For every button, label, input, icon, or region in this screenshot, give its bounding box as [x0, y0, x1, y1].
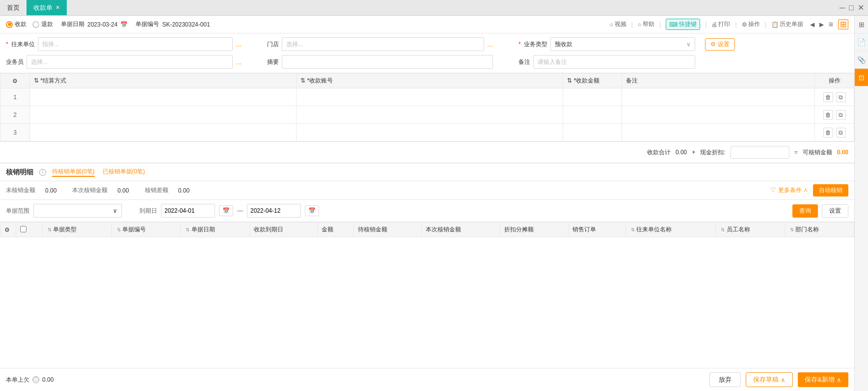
video-btn[interactable]: ○ 视频: [610, 20, 626, 28]
business-type-select[interactable]: 预收款 ∨: [550, 37, 695, 51]
sidebar-table-icon[interactable]: ⊞: [855, 16, 868, 33]
copy-btn-2[interactable]: ⧉: [836, 110, 846, 120]
delete-btn-2[interactable]: 🗑: [823, 110, 833, 120]
maximize-icon[interactable]: □: [849, 3, 854, 12]
th-doc-no-label: 单据编号: [122, 226, 146, 233]
salesman-input[interactable]: 选择...: [27, 55, 233, 69]
sidebar-document-icon[interactable]: 📄: [855, 33, 868, 51]
delete-btn-1[interactable]: 🗑: [823, 92, 833, 102]
divider1: |: [631, 21, 633, 28]
settle-cell-2[interactable]: [30, 106, 297, 124]
business-type-label: 业务类型: [524, 40, 547, 49]
query-button[interactable]: 查询: [792, 204, 818, 218]
remark-cell-1[interactable]: [622, 88, 815, 106]
minimize-icon[interactable]: ─: [840, 3, 845, 12]
business-type-field: * 业务类型 预收款 ∨: [518, 37, 695, 51]
done-tab[interactable]: 已核销单据(0笔): [103, 168, 145, 177]
remark-cell-2[interactable]: [622, 106, 815, 124]
account-cell-2[interactable]: [297, 106, 563, 124]
range-select[interactable]: ∨: [33, 204, 122, 218]
table-gear-header[interactable]: ⚙: [0, 74, 30, 88]
grid-view-icon[interactable]: ⊞: [838, 19, 848, 29]
shortcut-btn[interactable]: ⌨ 快捷键: [666, 19, 700, 30]
counterpart-input[interactable]: 指择...: [38, 37, 233, 51]
sidebar-attach-icon[interactable]: 📎: [855, 51, 868, 69]
more-conditions-btn[interactable]: ▽ 更多条件 ∧: [770, 186, 808, 195]
th-account-sort[interactable]: ⇅: [300, 77, 305, 84]
tab-receipt[interactable]: 收款单 ✕: [27, 0, 67, 15]
refund-radio[interactable]: 退款: [32, 20, 53, 28]
settings-button[interactable]: ⚙ 设置: [705, 38, 735, 51]
discard-button[interactable]: 放弃: [709, 372, 741, 387]
bill-date-value: 2023-03-24: [87, 21, 117, 28]
th-doc-date-sort[interactable]: ⇅: [186, 227, 190, 232]
counterpart-more-icon[interactable]: ...: [236, 40, 242, 48]
history-btn[interactable]: 📋 历史单据: [771, 20, 803, 28]
form-header: 收款 退款 单据日期 2023-03-24 📅 单据编号 SK-20230324…: [0, 16, 854, 33]
list-view-icon[interactable]: ≡: [829, 20, 833, 29]
start-calendar-icon[interactable]: 📅: [219, 205, 233, 216]
operation-btn[interactable]: ⚙ 操作: [742, 20, 760, 28]
summary-label: 摘要: [267, 58, 279, 66]
th-amount-sort[interactable]: ⇅: [567, 77, 572, 84]
save-draft-button[interactable]: 保存草稿 ∧: [746, 372, 793, 387]
verification-table: ⚙ ⇅ 单据类型 ⇅ 单据编号: [0, 222, 854, 237]
select-all-checkbox[interactable]: [20, 226, 27, 232]
prev-info-icon[interactable]: ⓘ: [32, 376, 39, 383]
th-counterpart-sort[interactable]: ⇅: [631, 227, 635, 232]
amount-cell-3[interactable]: [563, 124, 622, 141]
store-more-icon[interactable]: ...: [487, 40, 493, 48]
due-date-start-input[interactable]: [161, 204, 215, 218]
discount-label: 现金折扣:: [700, 148, 725, 157]
table-settings-icon2[interactable]: ⚙: [4, 226, 10, 233]
filter-row: 单据范围 ∨ 到期日 2022-04-01 📅 — 📅 查询: [0, 200, 854, 222]
copy-btn-3[interactable]: ⧉: [836, 128, 846, 138]
th-employee-sort[interactable]: ⇅: [721, 227, 725, 232]
th-doc-no-sort[interactable]: ⇅: [117, 227, 121, 232]
th-dept-sort[interactable]: ⇅: [790, 227, 794, 232]
nav-left-icon[interactable]: ◀: [810, 21, 814, 28]
th-settle-sort[interactable]: ⇅: [34, 77, 39, 84]
end-calendar-icon[interactable]: 📅: [305, 205, 319, 216]
receipt-radio-circle: [6, 21, 13, 28]
auto-verify-btn[interactable]: 自动核销: [813, 184, 848, 196]
refund-radio-label: 退款: [41, 20, 53, 28]
collect-total-label: 收款合计: [647, 148, 671, 157]
remark-input[interactable]: 请输入备注: [533, 55, 695, 69]
remark-cell-3[interactable]: [622, 124, 815, 141]
discount-input[interactable]: [731, 146, 789, 159]
due-date-end-input[interactable]: [247, 204, 301, 218]
amount-cell-1[interactable]: [563, 88, 622, 106]
date-separator: —: [237, 207, 243, 214]
help-btn[interactable]: ○ 帮助: [638, 20, 654, 28]
tab-close-icon[interactable]: ✕: [55, 4, 60, 11]
store-input[interactable]: 选择...: [282, 37, 484, 51]
print-btn[interactable]: 🖨 打印: [711, 20, 730, 28]
sidebar-scan-icon[interactable]: ⊡: [855, 69, 868, 86]
current-verif-label: 本次核销金额: [72, 186, 108, 195]
summary-input[interactable]: [282, 55, 493, 69]
delete-btn-3[interactable]: 🗑: [823, 128, 833, 138]
th-doc-type-sort[interactable]: ⇅: [48, 227, 52, 232]
due-date-label: 到期日: [139, 207, 157, 215]
save-new-button[interactable]: 保存&新增 ∧: [798, 372, 848, 387]
filter-settings-button[interactable]: 设置: [822, 204, 848, 218]
business-type-req: *: [518, 41, 521, 48]
nav-right-icon[interactable]: ▶: [819, 21, 824, 28]
th-dept-col: ⇅ 部门名称: [785, 223, 854, 237]
copy-btn-1[interactable]: ⧉: [836, 92, 846, 102]
pending-tab[interactable]: 待核销单据(0笔): [52, 168, 95, 177]
account-cell-3[interactable]: [297, 124, 563, 141]
salesman-more-icon[interactable]: ...: [236, 58, 242, 66]
account-cell-1[interactable]: [297, 88, 563, 106]
receipt-radio[interactable]: 收款: [6, 20, 27, 28]
tab-home[interactable]: 首页: [0, 0, 27, 15]
verif-diff-label: 核销差额: [145, 186, 168, 195]
business-type-value: 预收款: [555, 40, 572, 49]
close-window-icon[interactable]: ✕: [858, 3, 864, 12]
settle-cell-1[interactable]: [30, 88, 297, 106]
settle-cell-3[interactable]: [30, 124, 297, 141]
amount-cell-2[interactable]: [563, 106, 622, 124]
verification-info-icon[interactable]: i: [39, 169, 46, 176]
bill-date-calendar-icon[interactable]: 📅: [120, 21, 128, 28]
